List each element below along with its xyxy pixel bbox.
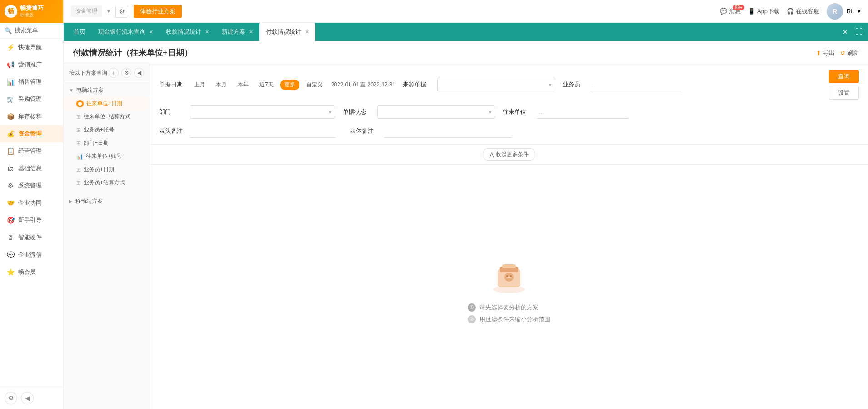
main-content: 资金管理 ▾ ⚙ 体验行业方案 💬 消息 99+ 📱 App下载 🎧 在线客服 … bbox=[64, 0, 868, 409]
sidebar-item-quick-nav[interactable]: ⚡ 快捷导航 bbox=[0, 39, 63, 56]
tab-receipt-close-icon[interactable]: ✕ bbox=[205, 30, 209, 35]
plan-sales-account[interactable]: ⊞ 业务员+账号 bbox=[64, 123, 150, 136]
settings-plan-btn[interactable]: ⚙ bbox=[121, 68, 131, 78]
tab-cash-flow[interactable]: 现金银行流水查询 ✕ bbox=[92, 23, 160, 41]
dept-arrow-icon: ▾ bbox=[329, 110, 331, 115]
close-tab-icon[interactable]: ✕ bbox=[840, 28, 850, 36]
query-btn[interactable]: 查询 bbox=[829, 70, 859, 83]
body-note-input[interactable] bbox=[384, 124, 512, 138]
collapse-sidebar-btn[interactable]: ◀ bbox=[21, 392, 34, 404]
plan-active-icon bbox=[76, 100, 84, 107]
source-doc-select[interactable]: ▾ bbox=[437, 78, 555, 91]
inventory-icon: 📦 bbox=[6, 112, 15, 121]
sidebar-item-hardware[interactable]: 🖥 智能硬件 bbox=[0, 229, 63, 246]
plan-partner-account[interactable]: 📊 往来单位+账号 bbox=[64, 150, 150, 163]
collapse-conditions-btn[interactable]: ⋀ 收起更多条件 bbox=[483, 148, 535, 161]
tab-cash-flow-close-icon[interactable]: ✕ bbox=[149, 30, 153, 35]
app-download-btn[interactable]: 📱 App下载 bbox=[748, 7, 779, 15]
sidebar-item-system[interactable]: ⚙ 系统管理 bbox=[0, 177, 63, 194]
sidebar-item-label: 经营管理 bbox=[18, 147, 42, 155]
sidebar-footer: ⚙ ◀ bbox=[0, 387, 63, 409]
online-service-label: 在线客服 bbox=[796, 7, 819, 15]
date-opt-7days[interactable]: 近7天 bbox=[255, 79, 278, 91]
tab-new-plan[interactable]: 新建方案 ✕ bbox=[215, 23, 259, 41]
dept-select[interactable]: ▾ bbox=[190, 105, 335, 119]
plan-item-label: 往来单位+账号 bbox=[86, 152, 122, 160]
plan-item-label: 业务员+结算方式 bbox=[84, 179, 125, 187]
plan-partner-settle[interactable]: ⊞ 往来单位+结算方式 bbox=[64, 110, 150, 123]
doc-status-select[interactable]: ▾ bbox=[377, 105, 495, 119]
doc-status-label: 单据状态 bbox=[343, 108, 370, 116]
plan-dept-date[interactable]: ⊞ 部门+日期 bbox=[64, 136, 150, 150]
topbar-gear-btn[interactable]: ⚙ bbox=[115, 5, 128, 18]
date-opt-this-month[interactable]: 本月 bbox=[212, 79, 231, 91]
date-opt-custom[interactable]: 自定义 bbox=[302, 79, 327, 91]
sidebar-item-basic[interactable]: 🗂 基础信息 bbox=[0, 160, 63, 177]
tab-payment-close-icon[interactable]: ✕ bbox=[305, 30, 309, 35]
partner-input[interactable]: ... bbox=[537, 105, 628, 119]
expand-tab-icon[interactable]: ⛶ bbox=[853, 28, 864, 36]
sidebar-item-label: 企业协同 bbox=[18, 199, 42, 207]
page-header: 付款情况统计（往来单位+日期） ⬆ 导出 ↺ 刷新 bbox=[64, 41, 868, 63]
sidebar-item-finance[interactable]: 💰 资金管理 bbox=[0, 125, 63, 142]
source-doc-arrow-icon: ▾ bbox=[549, 82, 551, 87]
sidebar-item-label: 资金管理 bbox=[18, 130, 42, 138]
tab-payment-stats-label: 付款情况统计 bbox=[266, 28, 301, 36]
sidebar-item-label: 企业微信 bbox=[18, 251, 42, 259]
dept-label: 部门 bbox=[159, 108, 183, 116]
plan-sales-settle[interactable]: ⊞ 业务员+结算方式 bbox=[64, 176, 150, 189]
header-note-input[interactable] bbox=[190, 124, 335, 138]
source-doc-label: 来源单据 bbox=[403, 81, 430, 89]
body-note-label: 表体备注 bbox=[350, 127, 377, 135]
quick-nav-icon: ⚡ bbox=[6, 43, 15, 51]
date-opt-more[interactable]: 更多 bbox=[280, 80, 299, 90]
mobile-plan-group-header[interactable]: ▶ 移动端方案 bbox=[64, 195, 150, 208]
tab-payment-stats[interactable]: 付款情况统计 ✕ bbox=[259, 23, 315, 41]
messages-btn[interactable]: 💬 消息 99+ bbox=[720, 7, 741, 15]
tab-new-plan-close-icon[interactable]: ✕ bbox=[249, 30, 253, 35]
sidebar-item-purchase[interactable]: 🛒 采购管理 bbox=[0, 91, 63, 108]
sidebar-item-wechat[interactable]: 💬 企业微信 bbox=[0, 246, 63, 263]
svg-rect-3 bbox=[502, 264, 516, 268]
search-menu-label: 搜索菜单 bbox=[15, 26, 38, 35]
sidebar-item-label: 快捷导航 bbox=[18, 43, 42, 51]
sidebar-item-inventory[interactable]: 📦 库存核算 bbox=[0, 108, 63, 125]
sidebar-brand: 畅捷通巧 标准版 bbox=[20, 5, 44, 18]
app-icon: 📱 bbox=[748, 8, 755, 15]
filter-actions: 查询 设置 bbox=[829, 70, 859, 100]
online-service-btn[interactable]: 🎧 在线客服 bbox=[787, 7, 819, 15]
sidebar-item-marketing[interactable]: 📢 营销推广 bbox=[0, 56, 63, 73]
search-menu[interactable]: 🔍 搜索菜单 bbox=[0, 23, 63, 39]
add-plan-btn[interactable]: ＋ bbox=[109, 68, 119, 78]
export-btn[interactable]: ⬆ 导出 bbox=[816, 49, 835, 57]
sidebar-item-label: 畅会员 bbox=[18, 268, 36, 276]
date-opt-this-year[interactable]: 本年 bbox=[234, 79, 253, 91]
sidebar-item-member[interactable]: ⭐ 畅会员 bbox=[0, 263, 63, 281]
settings-btn[interactable]: 设置 bbox=[829, 86, 859, 100]
sales-rep-input[interactable]: ... bbox=[590, 78, 681, 91]
empty-hints: ① 请先选择要分析的方案 ② 用过滤条件来缩小分析范围 bbox=[468, 303, 550, 323]
date-opt-last-month[interactable]: 上月 bbox=[190, 79, 209, 91]
collapse-bar: ⋀ 收起更多条件 bbox=[150, 145, 868, 165]
trial-industry-btn[interactable]: 体验行业方案 bbox=[134, 5, 182, 18]
sidebar-item-operations[interactable]: 📋 经营管理 bbox=[0, 142, 63, 160]
collapse-plan-btn[interactable]: ◀ bbox=[134, 68, 144, 78]
filter-row-date: 单据日期 上月 本月 本年 近7天 更多 自定义 2022-01-01 至 20… bbox=[159, 70, 859, 100]
marketing-icon: 📢 bbox=[6, 61, 15, 69]
plan-item-label: 业务员+账号 bbox=[84, 126, 114, 134]
tab-receipt-stats[interactable]: 收款情况统计 ✕ bbox=[160, 23, 215, 41]
sidebar: 畅 畅捷通巧 标准版 🔍 搜索菜单 ⚡ 快捷导航 📢 营销推广 📊 销售管理 🛒… bbox=[0, 0, 64, 409]
empty-illustration bbox=[486, 251, 532, 296]
plan-partner-date[interactable]: 往来单位+日期 bbox=[64, 97, 150, 110]
sidebar-item-sales[interactable]: 📊 销售管理 bbox=[0, 73, 63, 91]
tab-home[interactable]: 首页 bbox=[67, 23, 92, 41]
plan-sales-date[interactable]: ⊞ 业务员+日期 bbox=[64, 163, 150, 176]
refresh-btn[interactable]: ↺ 刷新 bbox=[840, 49, 859, 57]
pc-plan-group-header[interactable]: ▼ 电脑端方案 bbox=[64, 84, 150, 97]
sidebar-item-collab[interactable]: 🤝 企业协同 bbox=[0, 194, 63, 212]
sidebar-item-guide[interactable]: 🎯 新手引导 bbox=[0, 212, 63, 229]
mobile-group-arrow-icon: ▶ bbox=[69, 199, 73, 204]
user-area[interactable]: R Rit ▾ bbox=[827, 3, 861, 20]
settings-icon-btn[interactable]: ⚙ bbox=[5, 392, 17, 404]
right-area: 单据日期 上月 本月 本年 近7天 更多 自定义 2022-01-01 至 20… bbox=[150, 63, 868, 409]
